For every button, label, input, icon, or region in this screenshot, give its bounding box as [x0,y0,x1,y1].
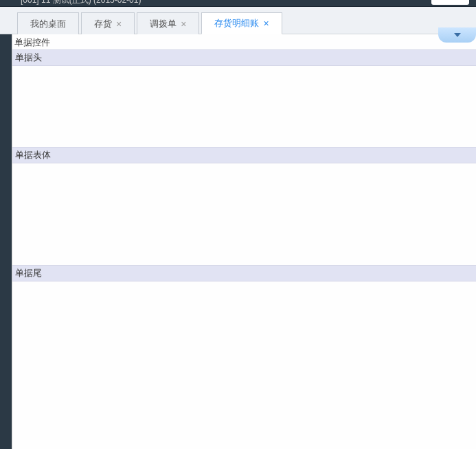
tab-transfer[interactable]: 调拨单 × [137,12,199,34]
chevron-down-icon [454,33,461,37]
search-input[interactable] [431,0,469,5]
section-tail-header: 单据尾 [12,265,476,281]
tab-label: 存货明细账 [214,17,259,30]
close-icon[interactable]: × [263,19,269,28]
section-head-body [12,66,476,147]
section-table-body [12,163,476,265]
section-table-header: 单据表体 [12,147,476,163]
tab-inventory-detail[interactable]: 存货明细账 × [201,12,282,34]
section-head-header: 单据头 [12,49,476,66]
top-bar: [001] 11 测试(正式) (2015-02-01) [0,0,476,7]
tab-label: 我的桌面 [30,18,66,30]
layout: 单据控件 单据头 单据表体 单据尾 [0,34,476,449]
content: 单据控件 单据头 单据表体 单据尾 [12,34,476,449]
section-tail-body [12,281,476,449]
top-bar-text: [001] 11 测试(正式) (2015-02-01) [0,0,141,6]
tab-inventory[interactable]: 存货 × [81,12,135,34]
sidebar [0,34,12,449]
control-label: 单据控件 [12,34,476,49]
tabs-row: 我的桌面 存货 × 调拨单 × 存货明细账 × [0,7,476,34]
tab-desktop[interactable]: 我的桌面 [17,12,79,34]
close-icon[interactable]: × [116,19,122,29]
tab-label: 调拨单 [150,18,177,30]
tab-label: 存货 [94,18,112,30]
tabs-dropdown[interactable] [438,27,476,43]
close-icon[interactable]: × [181,19,186,29]
